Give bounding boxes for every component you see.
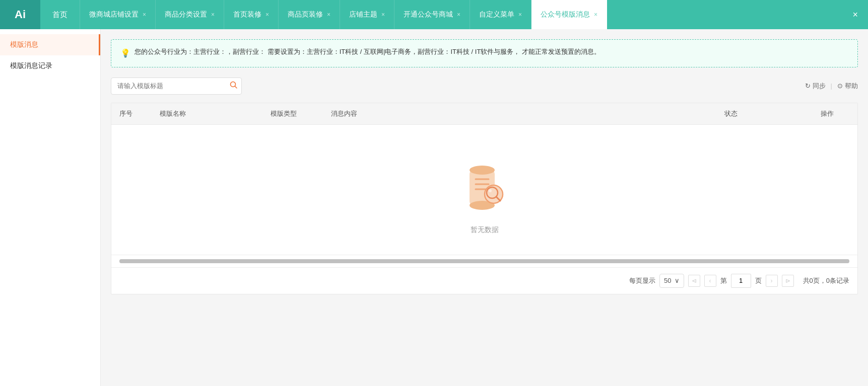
sync-icon: ↻ [805,82,811,90]
notice-suffix: 才能正常发送预置的消息。 [522,48,600,55]
sidebar-item-template-message-log[interactable]: 模版消息记录 [0,55,100,76]
page-size-select[interactable]: 50 ∨ [659,274,684,288]
notice-highlight: 需要设置为：主营行业：IT科技 / 互联网|电子商务，副营行业：IT科技 / I… [268,48,520,55]
nav-tab-product-category-label: 商品分类设置 [165,10,207,19]
nav-tab-product-category[interactable]: 商品分类设置 × [156,0,224,29]
th-seq: 序号 [111,103,152,124]
sidebar-item-template-message-label: 模版消息 [10,40,38,48]
toolbar-right: ↻ 同步 | ⊙ 帮助 [805,82,858,91]
page-size-value: 50 [664,277,671,284]
close-all-tabs-button[interactable]: × [842,10,868,20]
nav-tab-custom-menu-close[interactable]: × [518,11,522,18]
nav-tab-shop-theme-close[interactable]: × [381,11,385,18]
svg-point-4 [470,166,495,175]
nav-tab-product-page-decor-close[interactable]: × [327,11,330,18]
nav-tab-custom-menu-label: 自定义菜单 [479,10,514,19]
nav-tab-template-message-close[interactable]: × [594,11,597,18]
nav-tab-wshop-settings[interactable]: 微商城店铺设置 × [80,0,156,29]
nav-tab-product-category-close[interactable]: × [211,11,215,18]
nav-tab-home-decor-close[interactable]: × [265,11,269,18]
scrollbar-thumb[interactable] [119,259,849,263]
nav-tab-home[interactable]: 首页 [40,0,80,29]
toolbar-divider: | [831,82,832,90]
search-input[interactable] [111,78,242,95]
sync-button[interactable]: ↻ 同步 [805,82,826,91]
page-number-input[interactable] [731,274,751,288]
svg-line-1 [235,86,237,88]
help-icon: ⊙ [837,82,843,90]
notice-box: 💡 您的公众号行业为：主营行业：，副营行业： 需要设置为：主营行业：IT科技 /… [111,39,858,67]
nav-tab-wshop-settings-label: 微商城店铺设置 [89,10,139,19]
sidebar-item-template-message[interactable]: 模版消息 [0,34,100,55]
top-navigation: Ai 首页 微商城店铺设置 × 商品分类设置 × 首页装修 × 商品页装修 × … [0,0,868,29]
nav-tab-product-page-decor[interactable]: 商品页装修 × [279,0,340,29]
svg-point-12 [489,189,492,192]
main-layout: 模版消息 模版消息记录 💡 您的公众号行业为：主营行业：，副营行业： 需要设置为… [0,29,868,386]
nav-tab-shop-theme[interactable]: 店铺主题 × [340,0,394,29]
pagination: 每页显示 50 ∨ ⊲ ‹ 第 页 › ⊳ 共0页，0条记录 [111,267,857,294]
page-label-suffix: 页 [755,276,762,285]
nav-tab-open-wechat-shop-close[interactable]: × [457,11,460,18]
page-size-chevron-icon: ∨ [675,277,680,284]
page-prev-button[interactable]: ‹ [704,275,716,287]
page-next-button[interactable]: › [766,275,778,287]
notice-text: 您的公众号行业为：主营行业：，副营行业： 需要设置为：主营行业：IT科技 / 互… [135,47,600,57]
nav-tab-template-message-label: 公众号模版消息 [541,10,590,19]
notice-icon: 💡 [120,47,130,60]
sidebar: 模版消息 模版消息记录 [0,29,101,386]
nav-tab-open-wechat-shop-label: 开通公众号商城 [404,10,453,19]
scrollbar-track[interactable] [119,259,849,263]
notice-prefix: 您的公众号行业为：主营行业：，副营行业： [135,48,265,55]
nav-tab-shop-theme-label: 店铺主题 [349,10,377,19]
search-input-wrap [111,78,242,95]
th-status: 状态 [716,103,797,124]
nav-tab-home-decor-label: 首页装修 [233,10,261,19]
total-text: 共0页，0条记录 [803,276,849,285]
nav-tab-wshop-settings-close[interactable]: × [143,11,146,18]
th-type: 模版类型 [262,103,323,124]
empty-state-text: 暂无数据 [471,225,499,235]
nav-tab-home-label: 首页 [52,10,68,20]
page-last-button[interactable]: ⊳ [782,275,794,287]
empty-state: 暂无数据 [111,125,857,255]
page-label-prefix: 第 [720,276,727,285]
nav-tab-product-page-decor-label: 商品页装修 [288,10,323,19]
th-content: 消息内容 [323,103,716,124]
page-first-button[interactable]: ⊲ [688,275,700,287]
app-logo: Ai [0,0,40,29]
help-button[interactable]: ⊙ 帮助 [837,82,858,91]
sidebar-item-template-message-log-label: 模版消息记录 [10,61,52,69]
search-bar: ↻ 同步 | ⊙ 帮助 [111,78,858,95]
search-button[interactable] [230,81,238,91]
help-label: 帮助 [845,82,858,91]
empty-state-illustration [454,155,515,215]
nav-tab-home-decor[interactable]: 首页装修 × [224,0,279,29]
th-name: 模版名称 [152,103,262,124]
th-action: 操作 [797,103,857,124]
search-icon [230,81,238,89]
page-size-label: 每页显示 [629,276,655,285]
nav-tab-custom-menu[interactable]: 自定义菜单 × [470,0,531,29]
content-area: 💡 您的公众号行业为：主营行业：，副营行业： 需要设置为：主营行业：IT科技 /… [101,29,868,386]
data-table: 序号 模版名称 模版类型 消息内容 状态 操作 [111,103,858,294]
sync-label: 同步 [813,82,826,91]
table-header: 序号 模版名称 模版类型 消息内容 状态 操作 [111,103,857,125]
nav-tab-template-message[interactable]: 公众号模版消息 × [531,0,607,29]
nav-tab-open-wechat-shop[interactable]: 开通公众号商城 × [394,0,470,29]
horizontal-scrollbar[interactable] [111,255,857,267]
